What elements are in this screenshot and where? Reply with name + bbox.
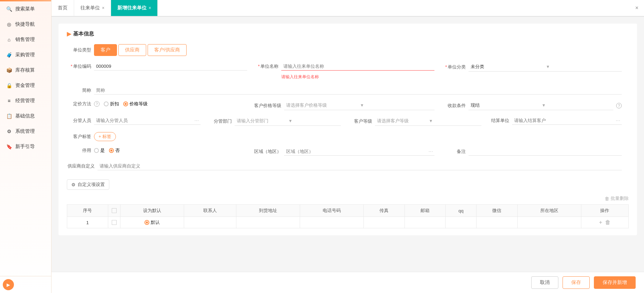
category-value: 未分类 [471,64,544,70]
region-group: 区域（地区） ··· [254,147,441,156]
add-tag-button[interactable]: + 标签 [94,132,116,141]
tab-partners-close[interactable]: × [102,6,104,10]
save-new-button[interactable]: 保存并新增 [594,276,636,289]
customer-level-select[interactable]: 请选择客户等级 ▼ [375,116,481,126]
pricing-option-discount[interactable]: 折扣 [104,101,119,107]
sidebar-item-system[interactable]: ⚙ 系统管理 [0,124,51,139]
region-input[interactable] [284,147,427,155]
tab-new-partner-close[interactable]: × [149,6,151,10]
cancel-button[interactable]: 取消 [531,276,558,289]
col-index: 序号 [67,205,108,217]
disabled-no[interactable]: 否 [109,147,120,154]
batch-delete-btn[interactable]: 🗑 批量删除 [605,195,629,202]
unit-type-buttons: 客户 供应商 客户/供应商 [94,44,187,56]
col-address: 到货地址 [236,205,300,217]
manager-more-btn[interactable]: ··· [193,117,200,124]
row-checkbox[interactable] [112,220,117,225]
disabled-yes-label: 是 [100,147,105,154]
add-row-btn[interactable]: + [599,219,602,226]
system-icon: ⚙ [6,128,13,135]
row-qq [446,217,477,228]
manager-group: 分管人员 ··· [67,116,207,125]
tab-home[interactable]: 首页 [52,0,74,16]
content-area: ▶ 基本信息 单位类型 客户 供应商 客户/供应商 *单位编 [52,17,644,272]
row-contact [184,217,236,228]
customer-price-select[interactable]: 请选择客户价格等级 ▼ [284,101,434,110]
sidebar-item-label: 资金管理 [15,82,35,89]
pricing-level-label: 价格等级 [129,101,148,107]
window-close-btn[interactable]: × [630,0,644,16]
abbr-input[interactable] [94,86,622,95]
name-group: *单位名称 请输入往来单位名称 [254,62,441,80]
settings-button[interactable]: ⚙ 自定义项设置 [67,179,109,190]
payment-select[interactable]: 现结 ▼ [469,101,613,110]
sidebar-item-sales[interactable]: ⌂ 销售管理 [0,32,51,47]
purchase-icon: 🧳 [6,51,13,58]
sidebar-item-label: 新手引导 [15,144,35,150]
btn-customer[interactable]: 客户 [94,44,117,56]
payment-group: 收款条件 现结 ▼ ? [441,101,629,110]
tab-partners[interactable]: 往来单位 × [74,0,111,16]
btn-both[interactable]: 客户/供应商 [148,44,187,56]
sidebar-item-operations[interactable]: ≡ 经营管理 [0,93,51,108]
pricing-option-level[interactable]: 价格等级 [123,101,148,107]
payment-chevron: ▼ [542,103,611,108]
code-name-row: *单位编码 *单位名称 请输入往来单位名称 [67,62,629,80]
remark-input[interactable] [469,147,622,156]
sidebar-item-label: 采购管理 [15,52,35,58]
sidebar-item-finance[interactable]: 🔒 资金管理 [0,78,51,93]
row-address [236,217,300,228]
customer-price-group: 客户价格等级 请选择客户价格等级 ▼ [254,101,441,110]
delete-row-btn[interactable]: 🗑 [605,219,611,226]
disabled-yes[interactable]: 是 [94,147,105,154]
settlement-input[interactable] [512,116,614,124]
tab-new-partner[interactable]: 新增往来单位 × [111,0,158,16]
row-phone [300,217,363,228]
row-default: 默认 [120,217,184,228]
supplier-custom-input[interactable] [97,162,622,170]
tab-partners-label: 往来单位 [80,5,100,11]
btn-supplier[interactable]: 供应商 [118,44,146,56]
payment-help-icon[interactable]: ? [616,103,622,108]
manager-input[interactable] [94,116,193,124]
remark-label: 备注 [441,148,466,155]
customer-level-chevron: ▼ [429,119,479,123]
table-row: 1 默认 [67,217,629,228]
disabled-no-label: 否 [115,147,120,154]
default-radio-label: 默认 [151,219,160,226]
settlement-more-btn[interactable]: ··· [614,117,622,124]
section-title: ▶ 基本信息 [67,31,629,37]
sidebar-item-basic[interactable]: 📋 基础信息 [0,108,51,124]
row-index: 1 [67,217,108,228]
select-all-checkbox[interactable] [112,208,117,213]
remark-group: 备注 [441,147,629,156]
row-fax [363,217,405,228]
sidebar-item-search[interactable]: 🔍 搜索菜单 [0,1,51,17]
row-region [517,217,581,228]
row-wechat [477,217,518,228]
sidebar-expand-btn[interactable]: ▶ [3,279,14,290]
sidebar-item-guide[interactable]: 🔖 新手引导 [0,139,51,154]
row-default-radio[interactable]: 默认 [124,219,180,226]
category-label: *单位分类 [441,64,466,70]
sidebar-item-label: 库存核算 [15,67,35,73]
pricing-help-icon[interactable]: ? [94,101,100,107]
settings-label: 自定义项设置 [78,181,105,188]
sidebar-item-inventory[interactable]: 📦 库存核算 [0,63,51,78]
dept-select[interactable]: 请输入分管部门 ▼ [235,116,341,126]
region-more-btn[interactable]: ··· [427,148,434,155]
col-checkbox [108,205,120,217]
category-select[interactable]: 未分类 ▼ [469,62,622,72]
code-input[interactable] [94,62,247,71]
pricing-radio-group: 折扣 价格等级 [104,101,148,107]
tab-home-label: 首页 [58,5,68,11]
code-label: *单位编码 [67,63,91,70]
sidebar-item-quicknav[interactable]: ◎ 快捷导航 [0,17,51,32]
col-email: 邮箱 [405,205,446,217]
radio-discount [104,101,109,106]
name-input[interactable] [281,62,434,71]
col-phone: 电话号码 [300,205,363,217]
sidebar-item-purchase[interactable]: 🧳 采购管理 [0,47,51,63]
save-button[interactable]: 保存 [563,276,590,289]
payment-value: 现结 [471,102,540,108]
